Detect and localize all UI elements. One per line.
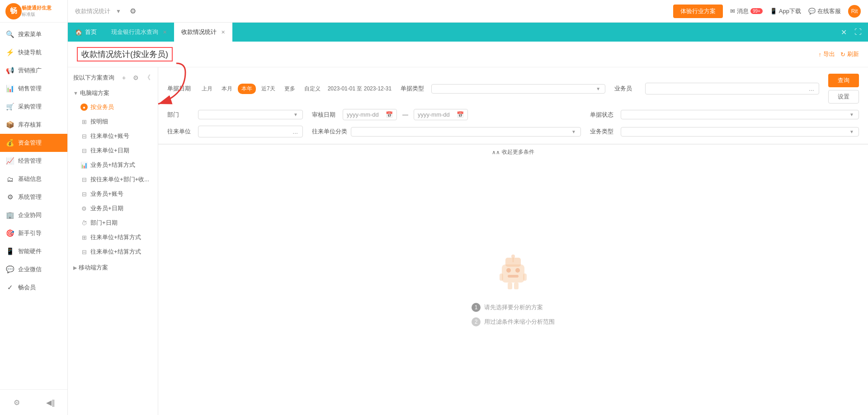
scheme-item-partner-dept-collect[interactable]: ⊟ 按往来单位+部门+收... (68, 172, 158, 187)
filter-business-type-item: 业务类型 ▼ (590, 127, 859, 137)
chevron-down-icon[interactable]: ▼ (116, 8, 121, 14)
sidebar-label-sales: 销售管理 (18, 85, 42, 93)
filter-audit-date-label: 审核日期 (312, 111, 339, 119)
message-btn[interactable]: ✉ 消息 99+ (730, 7, 763, 15)
sidebar-item-wechat[interactable]: 💬 企业微信 (0, 260, 67, 278)
scheme-item-salesperson-date[interactable]: ⚙ 业务员+日期 (68, 201, 158, 216)
sidebar-item-system[interactable]: ⚙ 系统管理 (0, 188, 67, 206)
filter-partner-select[interactable]: ... (198, 126, 303, 137)
export-label: 导出 (823, 50, 835, 58)
filter-partner-category-select[interactable]: ▼ (351, 127, 581, 137)
sidebar-settings-btn[interactable]: ⚙ (9, 394, 25, 410)
date-tab-this-year[interactable]: 本年 (238, 84, 256, 94)
finance-icon: 💰 (5, 138, 14, 147)
filter-voucher-status-select[interactable]: ▼ (621, 110, 859, 119)
scheme-item-salesperson-account-label: 业务员+账号 (90, 190, 123, 198)
scheme-item-dept-date-label: 部门+日期 (90, 219, 118, 227)
filter-partner-item: 往来单位 ... (167, 126, 303, 137)
scheme-item-dept-date[interactable]: ⏱ 部门+日期 (68, 216, 158, 230)
scheme-item-partner-date[interactable]: ⊟ 往来单位+日期 (68, 143, 158, 158)
refresh-button[interactable]: ↻ 刷新 (840, 50, 859, 58)
tab-close-all-btn[interactable]: ✕ (837, 26, 850, 38)
sidebar-item-inventory[interactable]: 📦 库存核算 (0, 116, 67, 134)
filter-voucher-type-select[interactable]: ▼ (431, 84, 605, 94)
tab-collection-stat[interactable]: 收款情况统计 ✕ (174, 23, 232, 42)
scheme-item-salesperson-settle[interactable]: 📊 业务员+结算方式 (68, 158, 158, 172)
sidebar-item-search[interactable]: 🔍 搜索菜单 (0, 25, 67, 43)
tab-bank-flow-close[interactable]: ✕ (163, 29, 167, 35)
sidebar-label-guide: 新手引导 (18, 229, 42, 237)
sidebar-item-sales[interactable]: 📊 销售管理 (0, 80, 67, 98)
filter-salesperson-select[interactable]: ... (645, 83, 819, 94)
sidebar-item-basic[interactable]: 🗂 基础信息 (0, 170, 67, 188)
date-tab-this-month[interactable]: 本月 (218, 84, 236, 94)
scheme-group-mobile-header[interactable]: ▶ 移动端方案 (68, 261, 158, 274)
sidebar-item-finance[interactable]: 💰 资金管理 (0, 134, 67, 152)
app-download-btn[interactable]: 📱 App下载 (770, 7, 801, 15)
sidebar-item-guide[interactable]: 🎯 新手引导 (0, 224, 67, 242)
voucher-status-arrow-icon: ▼ (849, 112, 854, 117)
empty-steps: 1 请先选择要分析的方案 2 用过滤条件来缩小分析范围 (472, 303, 555, 326)
scheme-item-salesperson-account[interactable]: ⊟ 业务员+账号 (68, 187, 158, 201)
sidebar-item-hardware[interactable]: 📱 智能硬件 (0, 242, 67, 260)
tab-collection-stat-close[interactable]: ✕ (221, 29, 225, 35)
export-button[interactable]: ↑ 导出 (819, 50, 835, 58)
filter-settings-button[interactable]: 设置 (828, 90, 859, 104)
tab-bank-flow[interactable]: 现金银行流水查询 ✕ (104, 23, 174, 42)
sidebar-collapse-btn[interactable]: ◀‖ (42, 394, 59, 410)
partner-date-icon: ⊟ (80, 147, 88, 154)
dept-arrow-icon: ▼ (293, 112, 298, 117)
date-tab-prev-month[interactable]: 上月 (198, 84, 216, 94)
sidebar-item-purchase[interactable]: 🛒 采购管理 (0, 98, 67, 116)
user-name[interactable]: Rit (848, 5, 861, 18)
filter-dept-select[interactable]: ▼ (198, 110, 303, 119)
query-button[interactable]: 查询 (828, 74, 859, 87)
scheme-item-partner-settle1[interactable]: ⊞ 往来单位+结算方式 (68, 230, 158, 245)
business-type-arrow-icon: ▼ (849, 129, 854, 134)
page-title: 收款情况统计(按业务员) (77, 47, 173, 61)
collapse-panel-btn[interactable]: 《 (142, 73, 152, 83)
sidebar-label-basic: 基础信息 (18, 175, 42, 183)
tab-home[interactable]: 🏠 首页 (68, 23, 104, 42)
tab-home-label: 首页 (85, 28, 97, 36)
date-tab-more[interactable]: 更多 (281, 84, 299, 94)
logo: 畅 畅捷通好生意 标准版 (0, 0, 67, 23)
sidebar-item-member[interactable]: ✓ 畅会员 (0, 278, 67, 297)
trial-button[interactable]: 体验行业方案 (673, 5, 723, 18)
action-buttons: 查询 设置 (828, 74, 859, 104)
sidebar-item-quicknav[interactable]: ⚡ 快捷导航 (0, 43, 67, 61)
scheme-settings-btn[interactable]: ⚙ (131, 73, 141, 83)
filter-date-group: 上月 本月 本年 近7天 更多 自定义 2023-01-01 至 2023-12… (198, 84, 392, 94)
scheme-item-partner-settle2[interactable]: ⊟ 往来单位+结算方式 (68, 245, 158, 259)
scheme-item-by-detail[interactable]: ⊞ 按明细 (68, 114, 158, 129)
inventory-icon: 📦 (5, 120, 14, 129)
audit-date-start-input[interactable]: yyyy-mm-dd 📅 (343, 109, 397, 120)
scheme-group-desktop-header[interactable]: ▼ 电脑端方案 (68, 86, 158, 100)
filter-audit-date-item: 审核日期 yyyy-mm-dd 📅 — yyyy-mm-dd 📅 (312, 109, 581, 120)
date-tab-custom[interactable]: 自定义 (301, 84, 324, 94)
online-service-btn[interactable]: 💬 在线客服 (808, 7, 841, 15)
tab-expand-btn[interactable]: ⛶ (852, 26, 864, 38)
sidebar-item-operation[interactable]: 📈 经营管理 (0, 152, 67, 170)
left-panel: 按以下方案查询 + ⚙ 《 ▼ 电脑端方案 ● 按业务员 (68, 67, 158, 415)
scheme-item-by-salesperson[interactable]: ● 按业务员 (68, 100, 158, 114)
filter-area: 单据日期 上月 本月 本年 近7天 更多 自定义 2023-01-01 至 20… (158, 67, 868, 144)
add-scheme-btn[interactable]: + (119, 73, 129, 83)
tab-bank-flow-label: 现金银行流水查询 (111, 28, 158, 36)
scheme-item-partner-account-label: 往来单位+账号 (90, 132, 129, 140)
scheme-item-partner-account[interactable]: ⊟ 往来单位+账号 (68, 129, 158, 143)
scheme-group-desktop: ▼ 电脑端方案 ● 按业务员 ⊞ 按明细 ⊟ 往来单位+账号 (68, 86, 158, 259)
settings-icon[interactable]: ⚙ (127, 5, 139, 18)
scheme-group-mobile: ▶ 移动端方案 (68, 261, 158, 274)
date-tab-last7[interactable]: 近7天 (258, 84, 279, 94)
page-header: 收款情况统计(按业务员) ↑ 导出 ↻ 刷新 (68, 42, 868, 67)
filter-voucher-type-item: 单据类型 ▼ (401, 84, 605, 94)
tab-bar: 🏠 首页 现金银行流水查询 ✕ 收款情况统计 ✕ ✕ ⛶ (68, 23, 868, 42)
sidebar-item-enterprise[interactable]: 🏢 企业协同 (0, 206, 67, 224)
sidebar-menu: 🔍 搜索菜单 ⚡ 快捷导航 📢 营销推广 📊 销售管理 🛒 采购管理 📦 (0, 23, 67, 389)
sidebar-item-marketing[interactable]: 📢 营销推广 (0, 61, 67, 80)
online-service-label: 在线客服 (817, 7, 841, 15)
filter-business-type-select[interactable]: ▼ (621, 127, 859, 137)
audit-date-end-input[interactable]: yyyy-mm-dd 📅 (414, 109, 468, 120)
collapse-bar[interactable]: ∧∧ 收起更多条件 (158, 144, 868, 160)
